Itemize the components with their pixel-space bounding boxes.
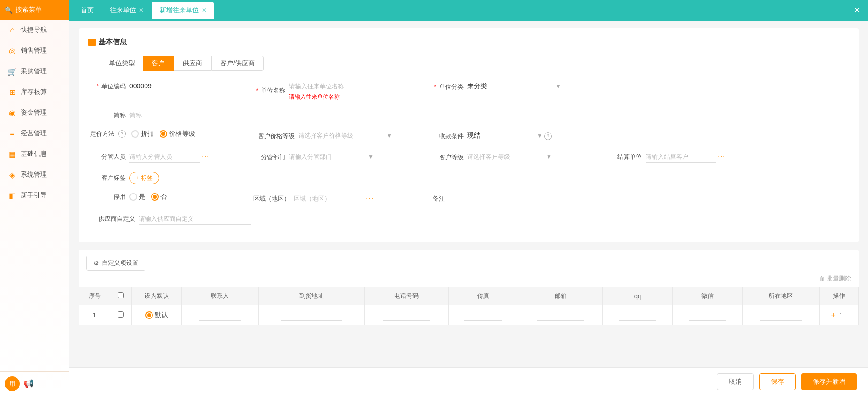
- sidebar-label-capital: 资金管理: [21, 109, 47, 117]
- customer-level-select[interactable]: 请选择客户等级 ▼: [467, 151, 552, 163]
- area-input[interactable]: [294, 193, 364, 204]
- search-menu[interactable]: 🔍 搜索菜单: [0, 0, 69, 20]
- type-btn-both[interactable]: 客户/供应商: [211, 56, 264, 71]
- fax-input[interactable]: [464, 309, 502, 321]
- cell-email[interactable]: [518, 305, 603, 325]
- save-button[interactable]: 保存: [759, 373, 796, 390]
- pricing-method-label: 定价方法 ?: [88, 130, 126, 138]
- supplier-custom-input[interactable]: [139, 213, 251, 225]
- save-and-new-button[interactable]: 保存并新增: [801, 373, 857, 390]
- row-delete-btn[interactable]: 🗑: [839, 311, 847, 319]
- customer-price-level-select[interactable]: 请选择客户价格等级 ▼: [298, 130, 392, 142]
- payment-terms-select[interactable]: 现结 ▼: [467, 130, 542, 142]
- sidebar-label-system: 系统管理: [21, 171, 47, 179]
- basic-info-icon: ▦: [8, 149, 17, 159]
- sidebar-label-quick-nav: 快捷导航: [21, 26, 47, 34]
- radio-price-level[interactable]: 价格等级: [160, 130, 195, 138]
- remark-field: 备注: [426, 193, 614, 204]
- radio-disable-no[interactable]: 否: [151, 193, 167, 201]
- unit-name-field: * 单位名称 请输入往来单位名称: [248, 80, 407, 101]
- sidebar-item-basic-info[interactable]: ▦ 基础信息: [0, 144, 69, 164]
- unit-category-field: * 单位分类 未分类 ▼: [426, 80, 586, 93]
- customer-price-level-chevron: ▼: [387, 132, 392, 139]
- manager-label: 分管人员: [88, 153, 126, 161]
- area-label: 区域（地区）: [248, 194, 290, 203]
- sidebar-item-purchase[interactable]: 🛒 采购管理: [0, 61, 69, 82]
- col-seq: 序号: [79, 287, 110, 305]
- custom-settings-row: ⚙ 自定义项设置: [79, 250, 859, 271]
- custom-settings-button[interactable]: ⚙ 自定义项设置: [86, 256, 145, 271]
- sidebar-item-quick-nav[interactable]: ⌂ 快捷导航: [0, 20, 69, 40]
- settlement-unit-field: 结算单位 ···: [604, 151, 745, 163]
- sidebar-bottom: 用 📢: [0, 371, 69, 396]
- radio-yes-circle: [129, 193, 137, 201]
- settlement-unit-input[interactable]: [646, 151, 716, 163]
- email-input[interactable]: [537, 309, 584, 321]
- area-dots-btn[interactable]: ···: [366, 194, 373, 203]
- tab-trade-units-close[interactable]: ✕: [139, 7, 144, 14]
- sidebar-item-management[interactable]: ≡ 经营管理: [0, 123, 69, 144]
- tab-new-trade-unit-close[interactable]: ✕: [202, 7, 206, 14]
- sidebar-item-guide[interactable]: ◧ 新手引导: [0, 185, 69, 206]
- region-input[interactable]: [760, 309, 802, 321]
- pricing-question-icon[interactable]: ?: [118, 130, 126, 138]
- unit-code-input[interactable]: [129, 80, 214, 92]
- section-title-text: 基本信息: [99, 38, 127, 47]
- cancel-button[interactable]: 取消: [717, 373, 754, 390]
- basic-info-card: 基本信息 单位类型 客户 供应商 客户/供应商 * 单位编码: [79, 28, 859, 242]
- window-close-button[interactable]: ✕: [850, 5, 864, 16]
- payment-terms-question-icon[interactable]: ?: [544, 132, 552, 140]
- table-row: 1 默认: [79, 305, 859, 325]
- settlement-unit-dots-btn[interactable]: ···: [718, 153, 725, 161]
- customer-level-placeholder: 请选择客户等级: [467, 153, 544, 161]
- cell-qq[interactable]: [603, 305, 673, 325]
- cell-address[interactable]: [259, 305, 365, 325]
- default-radio[interactable]: 默认: [136, 311, 177, 319]
- avatar: 用: [5, 376, 20, 391]
- unit-category-select[interactable]: 未分类 ▼: [467, 80, 561, 93]
- sidebar-item-sales[interactable]: ◎ 销售管理: [0, 40, 69, 61]
- select-all-checkbox[interactable]: [118, 292, 124, 298]
- phone-input[interactable]: [383, 309, 430, 321]
- sidebar-item-capital[interactable]: ◉ 资金管理: [0, 102, 69, 123]
- address-input[interactable]: [281, 309, 342, 321]
- remark-input[interactable]: [449, 193, 580, 204]
- batch-delete-button[interactable]: 🗑 批量删除: [819, 274, 851, 283]
- unit-name-input[interactable]: [289, 80, 392, 92]
- col-checkbox: [110, 287, 132, 305]
- sidebar-item-inventory[interactable]: ⊞ 库存核算: [0, 82, 69, 102]
- radio-no-circle: [151, 193, 159, 201]
- system-icon: ◈: [8, 170, 17, 179]
- cell-phone[interactable]: [364, 305, 449, 325]
- unit-code-field: * 单位编码: [88, 80, 229, 92]
- tab-trade-units[interactable]: 往来单位 ✕: [102, 2, 151, 19]
- manager-dots-btn[interactable]: ···: [202, 153, 209, 161]
- type-btn-customer[interactable]: 客户: [143, 56, 174, 71]
- short-name-input[interactable]: [129, 109, 214, 121]
- radio-discount[interactable]: 折扣: [131, 130, 154, 138]
- search-icon: 🔍: [5, 6, 13, 14]
- cell-fax[interactable]: [449, 305, 518, 325]
- disable-radio-group: 是 否: [129, 193, 167, 201]
- sidebar-item-system[interactable]: ◈ 系统管理: [0, 164, 69, 185]
- customer-price-level-placeholder: 请选择客户价格等级: [298, 132, 385, 140]
- sidebar-label-sales: 销售管理: [21, 47, 47, 55]
- row-checkbox[interactable]: [118, 311, 124, 318]
- dept-select[interactable]: 请输入分管部门 ▼: [289, 151, 373, 163]
- contact-input[interactable]: [199, 309, 241, 321]
- cell-region[interactable]: [742, 305, 819, 325]
- type-btn-supplier[interactable]: 供应商: [174, 56, 211, 71]
- tag-add-button[interactable]: + 标签: [129, 172, 159, 184]
- wechat-input[interactable]: [689, 309, 726, 321]
- manager-input[interactable]: [129, 151, 200, 163]
- row-add-btn[interactable]: +: [831, 311, 836, 319]
- tab-home-label: 首页: [81, 6, 94, 15]
- tab-new-trade-unit[interactable]: 新增往来单位 ✕: [152, 2, 214, 19]
- dept-placeholder: 请输入分管部门: [289, 153, 366, 161]
- cell-contact[interactable]: [181, 305, 258, 325]
- cell-wechat[interactable]: [672, 305, 742, 325]
- tab-home[interactable]: 首页: [73, 2, 101, 19]
- qq-input[interactable]: [619, 309, 656, 321]
- sales-icon: ◎: [8, 46, 17, 55]
- radio-disable-yes[interactable]: 是: [129, 193, 145, 201]
